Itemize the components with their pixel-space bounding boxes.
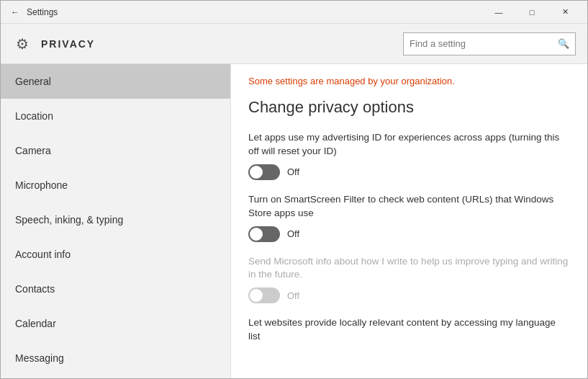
sidebar-item-account-info[interactable]: Account info (1, 237, 230, 272)
content-area: Some settings are managed by your organi… (231, 64, 587, 378)
toggle-smartscreen[interactable] (248, 226, 280, 242)
main-content: General Location Camera Microphone Speec… (1, 64, 587, 378)
section-title: Change privacy options (248, 98, 570, 117)
search-icon: 🔍 (558, 38, 569, 49)
toggle-typing-info (248, 287, 280, 303)
org-notice: Some settings are managed by your organi… (248, 76, 570, 86)
app-header: ⚙ PRIVACY 🔍 (1, 24, 587, 64)
close-button[interactable]: ✕ (548, 1, 582, 24)
window-controls: — □ ✕ (482, 1, 582, 24)
setting-smartscreen: Turn on SmartScreen Filter to check web … (248, 193, 570, 242)
toggle-row-typing-info: Off (248, 287, 570, 303)
sidebar-item-speech[interactable]: Speech, inking, & typing (1, 202, 230, 237)
sidebar-item-calendar[interactable]: Calendar (1, 306, 230, 341)
sidebar-item-camera[interactable]: Camera (1, 133, 230, 168)
app-title: PRIVACY (41, 38, 403, 50)
setting-smartscreen-description: Turn on SmartScreen Filter to check web … (248, 193, 570, 220)
toggle-row-smartscreen: Off (248, 226, 570, 242)
toggle-row-advertising-id: Off (248, 164, 570, 180)
toggle-advertising-id[interactable] (248, 164, 280, 180)
title-bar: ← Settings — □ ✕ (1, 1, 587, 24)
sidebar-item-microphone[interactable]: Microphone (1, 168, 230, 202)
sidebar-item-messaging[interactable]: Messaging (1, 341, 230, 375)
back-button[interactable]: ← (6, 4, 24, 21)
setting-advertising-id-description: Let apps use my advertising ID for exper… (248, 131, 570, 159)
search-input[interactable] (410, 38, 558, 49)
search-box[interactable]: 🔍 (403, 32, 576, 55)
setting-language-list: Let websites provide locally relevant co… (248, 316, 570, 344)
sidebar-item-general[interactable]: General (1, 64, 230, 99)
setting-typing-info-description: Send Microsoft info about how I write to… (248, 255, 570, 282)
setting-typing-info: Send Microsoft info about how I write to… (248, 255, 570, 304)
setting-advertising-id: Let apps use my advertising ID for exper… (248, 131, 570, 180)
minimize-button[interactable]: — (482, 1, 515, 24)
maximize-button[interactable]: □ (515, 1, 548, 24)
toggle-label-advertising-id: Off (287, 166, 299, 177)
privacy-icon: ⚙ (12, 34, 32, 54)
main-window: ← Settings — □ ✕ ⚙ PRIVACY 🔍 General Loc… (0, 0, 588, 379)
toggle-label-typing-info: Off (287, 290, 299, 301)
sidebar-item-location[interactable]: Location (1, 99, 230, 133)
window-title: Settings (24, 7, 482, 17)
toggle-label-smartscreen: Off (287, 228, 299, 239)
sidebar-item-contacts[interactable]: Contacts (1, 272, 230, 306)
setting-language-list-description: Let websites provide locally relevant co… (248, 316, 570, 344)
sidebar: General Location Camera Microphone Speec… (1, 64, 231, 378)
